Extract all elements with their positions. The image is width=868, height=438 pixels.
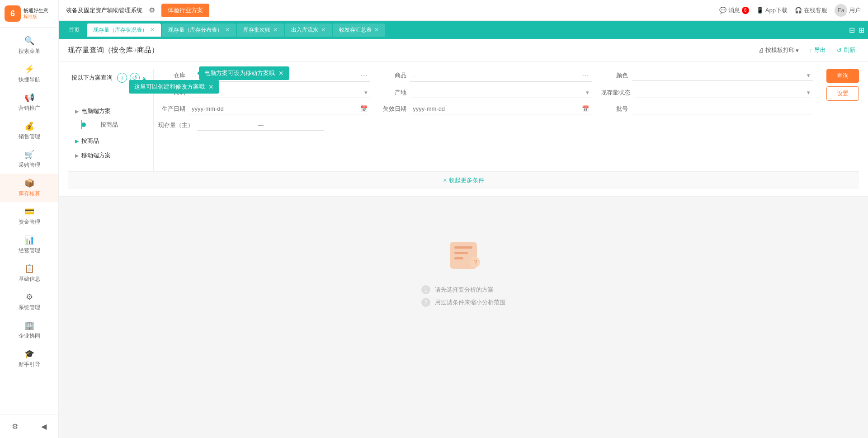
color-dropdown-icon: ▾ [807, 72, 810, 79]
popover-scheme-text: 电脑方案可设为移动方案哦 [204, 69, 275, 77]
scheme-tree: ▶ 电脑端方案 按商品 ▶ 按商 [71, 105, 150, 161]
sidebar-item-search[interactable]: 🔍 搜索菜单 [0, 31, 58, 60]
expire-date-wrap: 📅 [410, 104, 591, 114]
pc-scheme-header[interactable]: ▶ 电脑端方案 [71, 105, 150, 117]
tab-inout-flow-close[interactable]: ✕ [321, 27, 326, 33]
tab-receive-dispatch-close[interactable]: ✕ [374, 27, 379, 33]
reset-button[interactable]: 设置 [826, 86, 859, 101]
sidebar-item-system-label: 系统管理 [19, 304, 40, 311]
query-button[interactable]: 查询 [826, 69, 859, 83]
filter-section: 电脑方案可设为移动方案哦 ✕ 按以下方案查询 + ↺ « [59, 62, 868, 197]
sidebar-item-quick-nav[interactable]: ⚡ 快捷导航 [0, 60, 58, 88]
collapse-sidebar-button[interactable]: ◀ [39, 420, 48, 433]
right-panel: 仓库 ... ⋯ 商品 ... ⋯ [154, 69, 817, 171]
sidebar-item-operations[interactable]: 📊 经营管理 [0, 231, 58, 259]
collapse-filter-button[interactable]: ∧ 收起更多条件 [68, 171, 859, 189]
sidebar-item-purchase[interactable]: 🛒 采购管理 [0, 145, 58, 174]
tab-inventory-dist[interactable]: 现存量（库存分布表） ✕ [162, 24, 236, 37]
mobile-scheme-group: ▶ 移动端方案 [71, 150, 150, 161]
dot-icon [81, 122, 86, 127]
header-right: 💬 消息 6 📱 App下载 🎧 在线客服 Ea 用户 [719, 4, 861, 17]
industry-button[interactable]: 体验行业方案 [161, 4, 209, 17]
goods-select-value: ... [413, 72, 418, 79]
popover-edit-close[interactable]: ✕ [208, 83, 214, 90]
refresh-button[interactable]: ↺ 刷新 [833, 44, 859, 56]
sidebar-item-enterprise-label: 企业协同 [19, 332, 40, 340]
export-button[interactable]: ↑ 导出 [806, 44, 830, 56]
tab-batch-ledger[interactable]: 库存批次账 ✕ [237, 24, 284, 37]
popover-edit-text: 这里可以创建和修改方案哦 [134, 83, 205, 91]
user-area[interactable]: Ea 用户 [835, 4, 861, 17]
sidebar-item-system[interactable]: ⚙ 系统管理 [0, 287, 58, 316]
tab-batch-ledger-close[interactable]: ✕ [273, 27, 278, 33]
warehouse-label-row: ▶ 按商品 [71, 135, 150, 147]
sidebar-item-sales[interactable]: 💰 销售管理 [0, 117, 58, 145]
tab-receive-dispatch[interactable]: 收发存汇总表 ✕ [333, 24, 385, 37]
tab-minimize-button[interactable]: ⊟ [849, 26, 855, 34]
settings-button[interactable]: ⚙ [10, 420, 20, 433]
logo-text: 畅通好生意 [24, 7, 48, 14]
batch-filter-row: 批号 [601, 104, 813, 114]
goods-filter-row: 商品 ... ⋯ [379, 69, 591, 82]
main-content: 装备及固定资产辅助管理系统 ⚙ 体验行业方案 💬 消息 6 📱 App下载 🎧 … [59, 0, 868, 438]
produce-date-calendar-icon[interactable]: 📅 [360, 105, 368, 112]
pc-scheme-label: 电脑端方案 [81, 107, 111, 115]
logo-icon: 6 [5, 5, 21, 22]
top-header: 装备及固定资产辅助管理系统 ⚙ 体验行业方案 💬 消息 6 📱 App下载 🎧 … [59, 0, 868, 21]
origin-filter-label: 产地 [379, 89, 406, 97]
popover-edit: 这里可以创建和修改方案哦 ✕ [129, 80, 219, 94]
sidebar-item-enterprise[interactable]: 🏢 企业协同 [0, 316, 58, 344]
tab-inout-flow[interactable]: 出入库流水 ✕ [285, 24, 332, 37]
goods-select[interactable]: ... ⋯ [410, 69, 591, 82]
tab-home[interactable]: 首页 [62, 24, 86, 37]
tab-inventory-status[interactable]: 现存量（库存状况表） ✕ [87, 24, 161, 37]
operations-icon: 📊 [24, 235, 34, 245]
mobile-chevron-icon: ▶ [75, 153, 79, 159]
batch-input[interactable] [632, 104, 813, 114]
sidebar-item-purchase-label: 采购管理 [19, 161, 40, 169]
online-service-button[interactable]: 🎧 在线客服 [795, 6, 827, 14]
filter-main: 按以下方案查询 + ↺ « 这里可以创建和修改方案哦 ✕ [68, 69, 859, 171]
expire-date-input[interactable] [413, 105, 581, 112]
tab-inout-flow-label: 出入库流水 [291, 26, 318, 34]
expire-date-calendar-icon[interactable]: 📅 [582, 105, 589, 112]
tab-inventory-status-close[interactable]: ✕ [150, 27, 155, 33]
sidebar-item-marketing[interactable]: 📢 营销推广 [0, 88, 58, 117]
sidebar-item-base-info[interactable]: 📋 基础信息 [0, 259, 58, 287]
qty-max-input[interactable] [267, 122, 321, 128]
header-settings-button[interactable]: ⚙ [147, 4, 157, 16]
sidebar-item-search-label: 搜索菜单 [19, 47, 40, 55]
add-scheme-button[interactable]: + [117, 73, 127, 83]
sidebar-item-guide[interactable]: 🎓 新手引导 [0, 344, 58, 373]
messages-button[interactable]: 💬 消息 6 [719, 6, 749, 14]
produce-date-input[interactable] [192, 105, 360, 112]
tab-bar: 首页 现存量（库存状况表） ✕ 现存量（库存分布表） ✕ 库存批次账 ✕ 出入库… [59, 21, 868, 39]
qty-range-wrap: — [197, 120, 324, 131]
tab-inventory-dist-close[interactable]: ✕ [225, 27, 230, 33]
print-button[interactable]: 🖨 按模板打印 ▾ [755, 44, 802, 56]
tab-maximize-button[interactable]: ⊞ [859, 26, 864, 34]
mobile-scheme-header[interactable]: ▶ 移动端方案 [71, 150, 150, 161]
service-icon: 🎧 [795, 7, 802, 14]
sidebar-item-guide-label: 新手引导 [19, 361, 40, 368]
sidebar-item-finance[interactable]: 💳 资金管理 [0, 202, 58, 231]
origin-select[interactable]: ▾ [410, 87, 591, 98]
printer-icon: 🖨 [759, 47, 764, 54]
message-icon: 💬 [719, 7, 726, 14]
sidebar-item-inventory[interactable]: 📦 库存核算 [0, 174, 58, 202]
step-1-num: 1 [421, 285, 430, 294]
qty-min-input[interactable] [200, 122, 254, 128]
purchase-icon: 🛒 [24, 150, 34, 160]
app-download-button[interactable]: 📱 App下载 [756, 6, 788, 14]
stock-status-select[interactable]: ▾ [634, 87, 813, 98]
sidebar-bottom: ⚙ ◀ [0, 414, 58, 438]
empty-step-1: 1 请先选择要分析的方案 [421, 285, 505, 294]
color-select[interactable]: ▾ [632, 70, 813, 81]
sidebar-item-inventory-label: 库存核算 [19, 190, 40, 198]
popover-scheme-close[interactable]: ✕ [278, 70, 284, 77]
pc-scheme-item[interactable]: 按商品 [88, 119, 122, 131]
user-label: 用户 [849, 6, 861, 14]
sidebar-item-marketing-label: 营销推广 [19, 104, 40, 112]
tab-inventory-status-label: 现存量（库存状况表） [93, 26, 147, 34]
logo-area: 6 畅通好生意 标准版 [0, 0, 58, 28]
